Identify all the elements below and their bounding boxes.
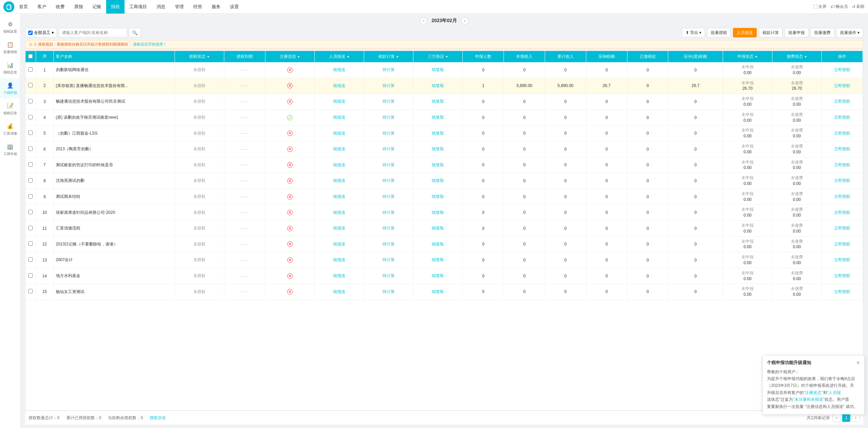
row-tax-payable: 0 — [586, 157, 627, 173]
action-btn[interactable]: 立即授权 — [834, 194, 850, 199]
sidebar-item-tax-settings[interactable]: ⚙ 报税设置 — [0, 17, 20, 37]
row-checkbox[interactable] — [28, 194, 33, 199]
row-tax-calc: 待计算 — [364, 141, 413, 157]
row-reg-info: ✕ — [265, 268, 315, 284]
sidebar-item-batch-tax[interactable]: 📋 批量报税 — [0, 37, 20, 58]
row-action: 立即授权 — [822, 62, 863, 78]
sidebar-item-settlement[interactable]: 💰 汇算清缴 — [0, 119, 20, 139]
action-btn[interactable]: 立即授权 — [834, 67, 850, 72]
action-btn[interactable]: 立即授权 — [834, 115, 850, 120]
nav-operations[interactable]: 经营 — [189, 0, 207, 14]
member-btn[interactable]: 🏷 畅会员 — [831, 4, 848, 10]
sidebar-item-tax-overview[interactable]: 📊 报税总览 — [0, 58, 20, 78]
prev-page-btn[interactable]: ‹ — [833, 414, 841, 422]
action-btn[interactable]: 立即授权 — [834, 242, 850, 246]
nav-invoice[interactable]: 票报 — [69, 0, 88, 14]
sidebar-item-annual-report[interactable]: 🏢 工商年报 — [0, 139, 20, 160]
row-reg-info: ✕ — [265, 62, 315, 78]
row-pay-status: 未缴费 0.00 — [772, 205, 821, 221]
sidebar-item-personal-tax[interactable]: 👤 个税申报 — [0, 78, 20, 99]
row-auth-expire: —— — [224, 78, 265, 94]
row-triparty: 续签取 — [413, 157, 463, 173]
row-checkbox[interactable] — [28, 289, 33, 293]
row-report-status: 未申报 0.00 — [723, 220, 772, 236]
row-checkbox[interactable] — [28, 83, 33, 87]
row-refund-tax: 0 — [668, 62, 723, 78]
row-name: 测试账套的凭证打印的时候是否 — [53, 157, 175, 173]
action-btn[interactable]: 立即授权 — [834, 131, 850, 136]
row-checkbox[interactable] — [28, 162, 33, 167]
action-btn[interactable]: 立即授权 — [834, 99, 850, 104]
row-checkbox[interactable] — [28, 67, 33, 72]
row-person-report: 续报送 — [315, 94, 364, 110]
batch-auth-btn[interactable]: 批量授权 — [707, 28, 731, 37]
action-btn[interactable]: 立即授权 — [834, 178, 850, 183]
row-index: 15 — [36, 284, 53, 300]
row-tax-payable: 26.7 — [586, 78, 627, 94]
refresh-btn[interactable]: ↺ 刷新 — [852, 4, 865, 10]
next-page-btn[interactable]: › — [852, 414, 860, 422]
row-checkbox[interactable] — [28, 131, 33, 135]
action-btn[interactable]: 立即授权 — [834, 289, 850, 294]
nav-settings[interactable]: 设置 — [225, 0, 244, 14]
row-report-status: 未申报 0.00 — [723, 141, 772, 157]
auth-history-link[interactable]: 授权历史 — [150, 415, 166, 421]
row-checkbox[interactable] — [28, 210, 33, 214]
row-checkbox[interactable] — [28, 147, 33, 151]
action-btn[interactable]: 立即授权 — [834, 83, 850, 88]
nav-messages[interactable]: 消息 — [152, 0, 170, 14]
table-row: 2 (库存核算) 直播畅通信息技术股份有限... 未授权 —— ✕ 续报送 待计… — [26, 78, 863, 94]
batch-report-btn[interactable]: 批量申报 — [785, 28, 808, 37]
row-checkbox[interactable] — [28, 241, 33, 246]
nav-service[interactable]: 服务 — [207, 0, 225, 14]
page-1-btn[interactable]: 1 — [842, 414, 850, 422]
select-all-checkbox[interactable] — [28, 54, 33, 58]
row-checkbox[interactable] — [28, 226, 33, 230]
employee-filter-btn[interactable]: 全部员工 ▾ — [25, 28, 57, 37]
row-tax-calc: 待计算 — [364, 220, 413, 236]
row-accum-income: 0 — [545, 173, 586, 189]
action-btn[interactable]: 立即授权 — [834, 162, 850, 167]
row-refund-tax: 0 — [668, 268, 723, 284]
search-input[interactable] — [59, 28, 127, 37]
nav-accounting[interactable]: 记账 — [88, 0, 106, 14]
row-auth-expire: —— — [224, 125, 265, 141]
tax-calc-btn[interactable]: 税款计算 — [759, 28, 783, 37]
search-button[interactable]: 🔍 — [129, 28, 141, 37]
row-checkbox[interactable] — [28, 273, 33, 278]
all-employee-checkbox[interactable] — [28, 31, 33, 35]
popup-close-btn[interactable]: ✕ — [856, 360, 860, 365]
nav-home[interactable]: 首页 — [14, 0, 33, 14]
warning-link[interactable]: 请购买后尽快使用！ — [133, 42, 167, 47]
row-tax-calc: 待计算 — [364, 189, 413, 205]
next-month-btn[interactable]: › — [461, 17, 469, 24]
prev-month-btn[interactable]: ‹ — [420, 17, 427, 24]
row-checkbox[interactable] — [28, 115, 33, 119]
nav-billing[interactable]: 收费 — [51, 0, 69, 14]
row-accum-income: 0 — [545, 236, 586, 252]
action-btn[interactable]: 立即授权 — [834, 257, 850, 262]
fullscreen-btn[interactable]: ⛶ 全屏 — [813, 4, 826, 10]
row-declare-count: 0 — [463, 141, 504, 157]
sidebar-item-tax-records[interactable]: 📝 报税记录 — [0, 99, 20, 119]
row-checkbox[interactable] — [28, 257, 33, 262]
action-btn[interactable]: 立即授权 — [834, 147, 850, 151]
row-checkbox-cell — [26, 125, 36, 141]
sidebar-label-settlement: 汇算清缴 — [3, 131, 17, 136]
nav-business[interactable]: 工商项目 — [125, 0, 152, 14]
personal-report-btn[interactable]: 人员报送 — [733, 28, 757, 37]
row-checkbox[interactable] — [28, 99, 33, 103]
batch-ops-btn[interactable]: 批量操作 ▾ — [836, 28, 863, 37]
warning-text: ⚠ 授权规划：新购授权自购买日开始计算授权到期调期间， — [34, 42, 132, 47]
row-declare-count: 0 — [463, 205, 504, 221]
action-btn[interactable]: 立即授权 — [834, 273, 850, 278]
nav-management[interactable]: 管理 — [170, 0, 189, 14]
batch-pay-btn[interactable]: 批量缴费 — [810, 28, 834, 37]
row-checkbox[interactable] — [28, 178, 33, 183]
action-btn[interactable]: 立即授权 — [834, 210, 850, 215]
nav-customer[interactable]: 客户 — [33, 0, 51, 14]
table-row: 13 2007会计 未授权 —— ✕ 续报送 待计算 续签取 0 0 0 0 0… — [26, 252, 863, 268]
nav-tax[interactable]: 报税 — [106, 0, 125, 14]
export-btn[interactable]: ⬆ 导出 ▾ — [682, 28, 705, 37]
action-btn[interactable]: 立即授权 — [834, 226, 850, 230]
